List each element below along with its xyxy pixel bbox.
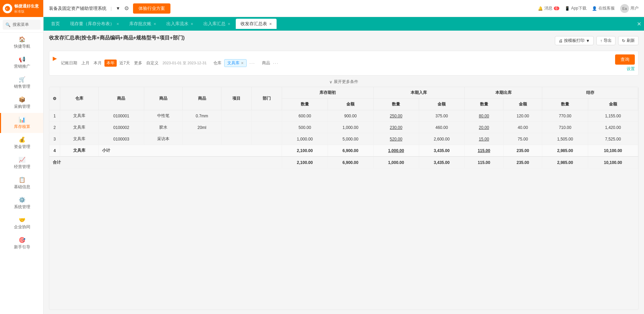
date-options: 上月 本月 本年 近7天 更多 自定义 [80, 60, 160, 67]
total-out-qty: 115.00 [464, 156, 503, 168]
chevron-down-icon: ▼ [586, 38, 590, 43]
cell-department [252, 110, 282, 122]
table-row: 2 文具库 0100002 胶水 20ml 500.00 1,000.00 23… [49, 122, 638, 133]
sidebar-item-quick-nav[interactable]: 🏠 快捷导航 [0, 33, 43, 53]
notifications-btn[interactable]: 🔔 消息 6 [538, 5, 559, 11]
tab-recv-send[interactable]: 收发存汇总表 ✕ [236, 19, 277, 29]
cell-in-qty[interactable]: 520.00 [373, 133, 419, 145]
tab-batch[interactable]: 库存批次账 ✕ [125, 19, 161, 29]
tab-close-inout-summary[interactable]: ✕ [228, 22, 230, 26]
system-switcher[interactable]: ▼ [116, 6, 120, 11]
date-btn-last-month[interactable]: 上月 [80, 60, 91, 67]
search-menu-button[interactable]: 🔍 搜索菜单 [3, 20, 40, 30]
cell-goods-name: 胶水 [144, 122, 183, 133]
tab-home[interactable]: 首页 [46, 19, 65, 29]
cell-out-qty[interactable]: 15.00 [464, 133, 503, 145]
cell-opening-amt: 1,000.00 [328, 122, 373, 133]
right-actions: 查询 设置 [615, 54, 635, 72]
topbar-right: 🔔 消息 6 📱 App下载 👤 在线客服 Ea 用户 [538, 4, 639, 13]
tabs-close-all-btn[interactable]: ✕ [637, 21, 641, 27]
query-btn[interactable]: 查询 [615, 54, 635, 65]
logo-icon: 6 [3, 4, 12, 13]
date-btn-more[interactable]: 更多 [133, 60, 144, 67]
filter-toggle-icon[interactable]: ▶ [53, 55, 57, 62]
user-menu-btn[interactable]: Ea 用户 [620, 4, 639, 13]
phone-icon: 📱 [565, 6, 570, 11]
subtotal-warehouse: 文具库 [60, 145, 99, 157]
sidebar-item-basic[interactable]: 📋 基础信息 [0, 173, 43, 193]
search-icon: 🔍 [5, 22, 11, 27]
cell-warehouse: 文具库 [60, 122, 99, 133]
sidebar-item-management[interactable]: 📈 经营管理 [0, 153, 43, 173]
goods-filter-group: 商品 ··· [262, 60, 279, 66]
th-department: 部门 [252, 87, 282, 110]
sidebar-item-guide[interactable]: 🎯 新手引导 [0, 233, 43, 253]
sidebar-item-sales[interactable]: 🛒 销售管理 [0, 73, 43, 93]
page-title: 收发存汇总表(按仓库+商品编码+商品+规格型号+项目+部门) [49, 35, 185, 41]
total-out-amt: 235.00 [503, 156, 542, 168]
total-in-qty: 1,000.00 [373, 156, 419, 168]
expand-conditions-btn[interactable]: ∨ 展开更多条件 [329, 79, 358, 85]
sidebar-item-system[interactable]: ⚙️ 系统管理 [0, 193, 43, 213]
subtotal-out-amt: 235.00 [503, 145, 542, 157]
tab-close-recv-send[interactable]: ✕ [269, 22, 272, 26]
tab-inout-flow[interactable]: 出入库流水 ✕ [162, 19, 198, 29]
date-btn-this-month[interactable]: 本月 [92, 60, 103, 67]
cell-opening-qty: 1,000.00 [282, 133, 328, 145]
tab-stock-dist[interactable]: 现存量（库存分布表） ✕ [65, 19, 124, 29]
cell-in-qty[interactable]: 250.00 [373, 110, 419, 122]
app-download-btn[interactable]: 📱 App下载 [565, 5, 587, 11]
tab-close-inout-flow[interactable]: ✕ [191, 22, 193, 26]
sidebar-item-enterprise[interactable]: 🤝 企业协同 [0, 213, 43, 233]
cell-goods-code: 0100001 [98, 110, 144, 122]
refresh-btn[interactable]: ↻ 刷新 [618, 36, 639, 45]
subtotal-out-qty[interactable]: 115.00 [464, 145, 503, 157]
subtotal-in-qty[interactable]: 1,000.00 [373, 145, 419, 157]
th-in-amt: 金额 [419, 99, 464, 110]
search-area: 🔍 搜索菜单 [0, 17, 43, 33]
cell-closing-qty: 710.00 [542, 122, 588, 133]
cell-in-amt: 2,600.00 [419, 133, 464, 145]
sales-icon: 🛒 [19, 76, 26, 83]
print-btn[interactable]: 🖨 按模板打印 ▼ [555, 36, 594, 45]
svg-point-0 [5, 6, 10, 11]
subtotal-no: 4 [49, 145, 60, 157]
warehouse-tag-close-btn[interactable]: ✕ [241, 61, 244, 65]
cell-out-qty[interactable]: 80.00 [464, 110, 503, 122]
tab-close-stock-dist[interactable]: ✕ [116, 22, 119, 26]
table-row: 3 文具库 0100003 采访本 1,000.00 5,000.00 520.… [49, 133, 638, 145]
date-btn-7days[interactable]: 近7天 [118, 60, 131, 67]
date-btn-this-year[interactable]: 本年 [104, 60, 117, 67]
marketing-icon: 📢 [19, 56, 26, 63]
date-btn-custom[interactable]: 自定义 [145, 60, 160, 67]
trial-btn[interactable]: 体验行业方案 [133, 3, 170, 14]
th-group-opening: 库存期初 [282, 87, 373, 99]
export-btn[interactable]: ↑ 导出 [596, 36, 615, 45]
gear-icon[interactable]: ⚙ [53, 96, 56, 101]
expand-bar: ∨ 展开更多条件 [49, 77, 639, 87]
cell-opening-qty: 500.00 [282, 122, 328, 133]
cell-in-amt: 460.00 [419, 122, 464, 133]
cell-in-qty[interactable]: 230.00 [373, 122, 419, 133]
th-group-in: 本期入库 [373, 87, 464, 99]
tab-inout-summary[interactable]: 出入库汇总 ✕ [199, 19, 235, 29]
cell-out-qty[interactable]: 20.00 [464, 122, 503, 133]
finance-icon: 💰 [19, 136, 26, 143]
cell-department [252, 122, 282, 133]
th-group-closing: 结存 [542, 87, 638, 99]
sidebar-item-marketing[interactable]: 📢 营销推广 [0, 53, 43, 73]
goods-filter-label: 商品 [262, 60, 270, 66]
warehouse-filter-more[interactable]: ··· [249, 61, 255, 66]
goods-filter-more[interactable]: ··· [273, 61, 279, 66]
cell-goods-spec: 20ml [182, 122, 221, 133]
th-in-qty: 数量 [373, 99, 419, 110]
gear-settings[interactable]: ⚙ [124, 5, 129, 12]
cell-goods-name: 采访本 [144, 133, 183, 145]
settings-link[interactable]: 设置 [627, 66, 635, 72]
sidebar-item-inventory[interactable]: 📊 库存核算 [0, 113, 43, 133]
tab-close-batch[interactable]: ✕ [153, 22, 156, 26]
cell-closing-qty: 770.00 [542, 110, 588, 122]
sidebar-item-purchase[interactable]: 📦 采购管理 [0, 93, 43, 113]
sidebar-item-finance[interactable]: 💰 资金管理 [0, 133, 43, 153]
online-service-btn[interactable]: 👤 在线客服 [592, 5, 615, 11]
